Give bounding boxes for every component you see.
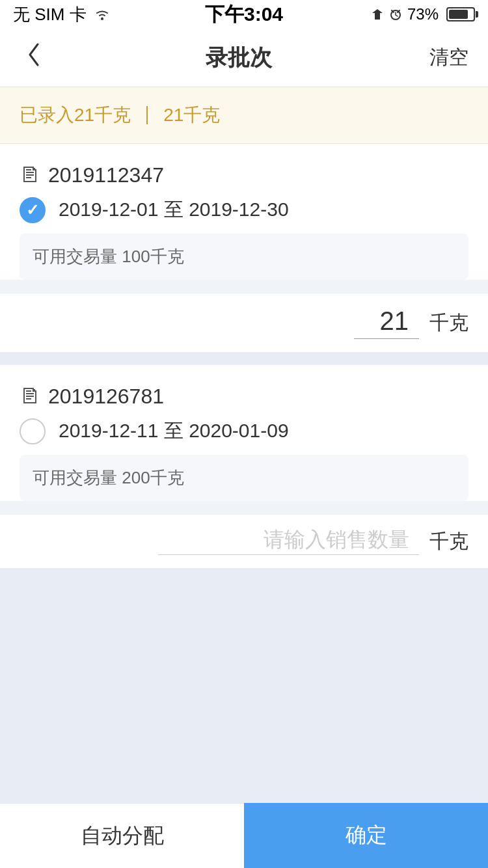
confirm-button[interactable]: 确定 bbox=[244, 803, 488, 868]
battery-icon bbox=[446, 7, 475, 21]
section-divider bbox=[0, 352, 488, 365]
status-left: 无 SIM 卡 bbox=[13, 3, 111, 26]
carrier-label: 无 SIM 卡 bbox=[13, 3, 87, 26]
clear-button[interactable]: 清空 bbox=[429, 44, 468, 71]
info-bar: 已录入21千克 21千克 bbox=[0, 87, 488, 144]
back-button[interactable] bbox=[20, 35, 48, 80]
batch-date-1: 2019-12-01 至 2019-12-30 bbox=[59, 197, 289, 223]
batch-icon-1: 🖹 bbox=[20, 163, 40, 187]
batch-date-row-2[interactable]: 2019-12-11 至 2020-01-09 bbox=[20, 418, 468, 444]
status-time: 下午3:04 bbox=[205, 1, 283, 28]
batch-header-2: 🖹 2019126781 bbox=[20, 385, 468, 409]
empty-area bbox=[0, 568, 488, 828]
info-value: 21千克 bbox=[163, 103, 220, 128]
recorded-label: 已录入21千克 bbox=[20, 103, 131, 128]
quantity-unit-1: 千克 bbox=[429, 310, 468, 336]
svg-point-0 bbox=[101, 18, 103, 20]
batch-id-2: 2019126781 bbox=[48, 385, 164, 409]
radio-button-1[interactable] bbox=[20, 197, 46, 223]
status-bar: 无 SIM 卡 下午3:04 73% bbox=[0, 0, 488, 29]
status-right: 73% bbox=[371, 5, 475, 23]
input-row-2: 千克 bbox=[0, 514, 488, 568]
wifi-icon bbox=[93, 8, 111, 21]
auto-distribute-button[interactable]: 自动分配 bbox=[0, 803, 244, 868]
batch-item-1: 🖹 2019112347 2019-12-01 至 2019-12-30 可用交… bbox=[0, 144, 488, 280]
batch-availability-1: 可用交易量 100千克 bbox=[20, 234, 468, 280]
bottom-bar: 自动分配 确定 bbox=[0, 803, 488, 868]
quantity-value-1: 21 bbox=[380, 306, 409, 335]
batch-header-1: 🖹 2019112347 bbox=[20, 163, 468, 187]
battery-percent: 73% bbox=[407, 5, 439, 23]
batch-date-row-1[interactable]: 2019-12-01 至 2019-12-30 bbox=[20, 197, 468, 223]
location-icon bbox=[371, 8, 384, 21]
alarm-icon bbox=[389, 8, 402, 21]
batch-date-2: 2019-12-11 至 2020-01-09 bbox=[59, 418, 289, 444]
info-divider bbox=[146, 106, 148, 124]
batch-icon-2: 🖹 bbox=[20, 385, 40, 409]
quantity-display-1: 21 bbox=[354, 306, 419, 339]
input-unit-2: 千克 bbox=[429, 528, 468, 555]
batch-item-2: 🖹 2019126781 2019-12-11 至 2020-01-09 可用交… bbox=[0, 365, 488, 501]
radio-button-2[interactable] bbox=[20, 418, 46, 444]
batch-id-1: 2019112347 bbox=[48, 163, 164, 187]
quantity-row-1: 21 千克 bbox=[0, 293, 488, 352]
quantity-input-2[interactable] bbox=[158, 528, 419, 555]
batch-availability-2: 可用交易量 200千克 bbox=[20, 455, 468, 501]
nav-bar: 录批次 清空 bbox=[0, 29, 488, 87]
page-title: 录批次 bbox=[206, 43, 272, 73]
